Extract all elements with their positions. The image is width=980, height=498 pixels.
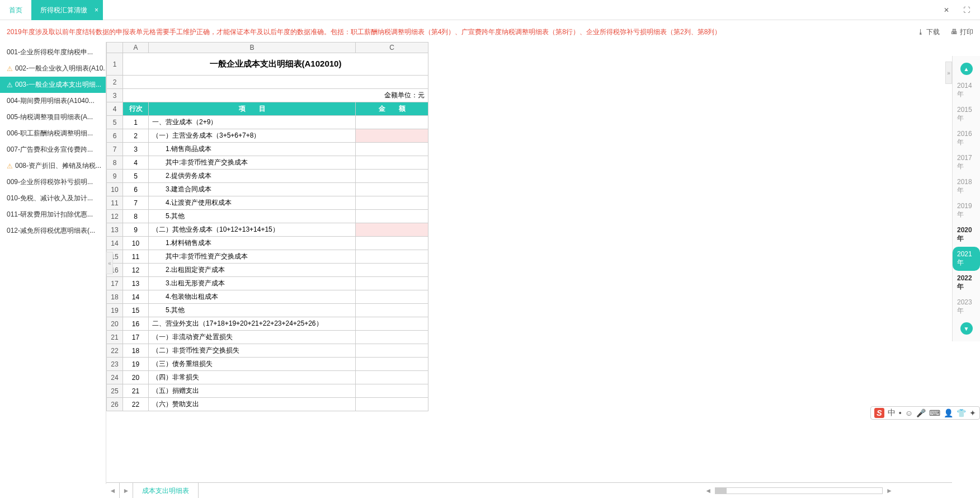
ime-keyboard-icon[interactable]: ⌨ [929,408,940,417]
cell-b-20[interactable]: 二、营业外支出（17+18+19+20+21+22+23+24+25+26） [149,317,356,331]
cell-b-15[interactable]: 其中:非货币性资产交换成本 [149,250,356,264]
year-2021年[interactable]: 2021年 [953,247,980,271]
cell-c-16[interactable] [356,264,428,277]
cell-b-16[interactable]: 2.出租固定资产成本 [149,264,356,277]
cell-a-5[interactable]: 1 [123,116,149,129]
year-2022年[interactable]: 2022年 [953,271,980,295]
cell-a-23[interactable]: 19 [123,358,149,371]
fullscreen-icon[interactable]: ⛶ [960,3,973,17]
sheet-nav-next[interactable]: ► [120,483,133,485]
sheet-tab[interactable]: 成本支出明细表 [133,483,199,485]
cell-c-23[interactable] [356,358,428,371]
cell-c-10[interactable] [356,183,428,196]
cell-a-8[interactable]: 4 [123,156,149,170]
cell-c-6[interactable] [356,129,428,143]
ime-punct-icon[interactable]: • [899,408,902,417]
download-button[interactable]: ⭳ 下载 [917,27,940,37]
close-icon[interactable]: × [95,0,98,20]
cell-a-7[interactable]: 3 [123,143,149,156]
cell-a-6[interactable]: 2 [123,129,149,143]
sidebar-item-1[interactable]: ⚠002-一般企业收入明细表(A10... [0,60,106,77]
sidebar-item-8[interactable]: 009-企业所得税弥补亏损明... [0,174,106,190]
year-down-icon[interactable]: ▼ [960,322,973,335]
cell-a-25[interactable]: 21 [123,384,149,398]
cell-b-8[interactable]: 其中:非货币性资产交换成本 [149,156,356,170]
year-2017年[interactable]: 2017年 [953,151,980,175]
cell-b-24[interactable]: （四）非常损失 [149,371,356,384]
print-button[interactable]: 🖶 打印 [951,27,973,37]
col-header-A[interactable]: A [123,42,149,53]
cell-c-9[interactable] [356,170,428,183]
sidebar-item-7[interactable]: ⚠008-资产折旧、摊销及纳税... [0,158,106,174]
cell-b-25[interactable]: （五）捐赠支出 [149,384,356,398]
sidebar-item-10[interactable]: 011-研发费用加计扣除优惠... [0,206,106,223]
cell-c-17[interactable] [356,277,428,290]
cell-b-11[interactable]: 4.让渡资产使用权成本 [149,196,356,210]
cell-c-25[interactable] [356,384,428,398]
sidebar-item-2[interactable]: ⚠003-一般企业成本支出明细... [0,77,106,93]
year-up-icon[interactable]: ▲ [960,63,973,75]
year-2018年[interactable]: 2018年 [953,175,980,199]
cell-c-11[interactable] [356,196,428,210]
cell-a-22[interactable]: 18 [123,344,149,358]
col-header-B[interactable]: B [149,42,356,53]
cell-b-22[interactable]: （二）非货币性资产交换损失 [149,344,356,358]
cell-c-26[interactable] [356,398,428,411]
cell-a-10[interactable]: 6 [123,183,149,196]
cell-a-13[interactable]: 9 [123,223,149,237]
tab-active[interactable]: 所得税汇算清缴 × [31,0,103,20]
year-2020年[interactable]: 2020年 [953,223,980,247]
year-2014年[interactable]: 2014年 [953,78,980,102]
year-2019年[interactable]: 2019年 [953,199,980,223]
sidebar-item-3[interactable]: 004-期间费用明细表(A1040... [0,93,106,109]
cell-a-17[interactable]: 13 [123,277,149,290]
cell-b-18[interactable]: 4.包装物出租成本 [149,290,356,304]
tab-home[interactable]: 首页 [0,0,31,20]
cell-b-5[interactable]: 一、营业成本（2+9） [149,116,356,129]
spreadsheet-content[interactable]: ABC1一般企业成本支出明细表(A102010)23金额单位：元4行次项 目金 … [106,42,980,484]
cell-b-13[interactable]: （二）其他业务成本（10+12+13+14+15） [149,223,356,237]
cell-a-21[interactable]: 17 [123,331,149,344]
cell-a-11[interactable]: 7 [123,196,149,210]
cell-b-10[interactable]: 3.建造合同成本 [149,183,356,196]
cell-c-18[interactable] [356,290,428,304]
ime-user-icon[interactable]: 👤 [944,408,953,417]
cell-c-24[interactable] [356,371,428,384]
cell-b-9[interactable]: 2.提供劳务成本 [149,170,356,183]
cell-a-24[interactable]: 20 [123,371,149,384]
cell-b-14[interactable]: 1.材料销售成本 [149,237,356,250]
sidebar-item-6[interactable]: 007-广告费和业务宣传费跨... [0,142,106,158]
cell-a-19[interactable]: 15 [123,304,149,317]
cell-b-12[interactable]: 5.其他 [149,210,356,223]
ime-mic-icon[interactable]: 🎤 [916,408,926,417]
col-header-C[interactable]: C [356,42,428,53]
sidebar-item-4[interactable]: 005-纳税调整项目明细表(A... [0,109,106,125]
right-expand-handle[interactable]: » [945,62,952,84]
cell-b-23[interactable]: （三）债务重组损失 [149,358,356,371]
sheet-nav-prev[interactable]: ◄ [106,483,120,485]
cell-b-26[interactable]: （六）赞助支出 [149,398,356,411]
window-close-icon[interactable]: ✕ [940,3,953,17]
year-2015年[interactable]: 2015年 [953,102,980,126]
cell-a-15[interactable]: 11 [123,250,149,264]
cell-a-16[interactable]: 12 [123,264,149,277]
sidebar-item-0[interactable]: 001-企业所得税年度纳税申... [0,44,106,60]
cell-c-21[interactable] [356,331,428,344]
ime-emoji-icon[interactable]: ☺ [905,408,913,417]
cell-b-19[interactable]: 5.其他 [149,304,356,317]
cell-c-13[interactable] [356,223,428,237]
cell-b-17[interactable]: 3.出租无形资产成本 [149,277,356,290]
ime-skin-icon[interactable]: 👕 [957,408,966,417]
cell-b-6[interactable]: （一）主营业务成本（3+5+6+7+8） [149,129,356,143]
cell-c-14[interactable] [356,237,428,250]
cell-c-15[interactable] [356,250,428,264]
cell-c-7[interactable] [356,143,428,156]
year-2016年[interactable]: 2016年 [953,126,980,151]
cell-c-5[interactable] [356,116,428,129]
cell-a-18[interactable]: 14 [123,290,149,304]
ime-lang-icon[interactable]: 中 [888,408,896,418]
sidebar-collapse-handle[interactable]: « [106,252,113,274]
cell-c-12[interactable] [356,210,428,223]
cell-b-21[interactable]: （一）非流动资产处置损失 [149,331,356,344]
cell-c-8[interactable] [356,156,428,170]
